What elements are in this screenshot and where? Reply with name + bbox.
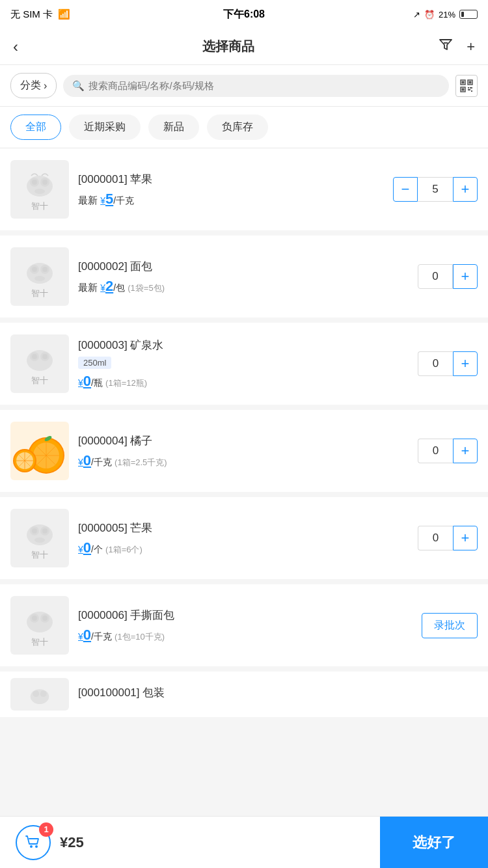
svg-rect-4 <box>469 81 472 83</box>
qty-increase-button[interactable]: + <box>453 526 478 550</box>
confirm-button[interactable]: 选好了 <box>380 817 488 869</box>
price-note: (1袋=5包) <box>128 283 165 293</box>
carrier-label: 无 SIM 卡 <box>10 8 53 21</box>
qty-input[interactable] <box>418 177 453 202</box>
qty-control-0000005: + <box>418 526 478 550</box>
placeholder-image: 智十 <box>10 334 69 393</box>
product-name: [0000002] 面包 <box>78 259 409 274</box>
battery-percent: 21% <box>439 10 455 20</box>
qty-input[interactable] <box>418 351 453 376</box>
qty-input[interactable] <box>418 439 453 463</box>
svg-point-26 <box>32 354 37 359</box>
price-unit: /千克 <box>91 631 112 642</box>
price-num: 0 <box>83 452 91 468</box>
tab-negative[interactable]: 负库存 <box>207 115 268 140</box>
svg-point-58 <box>35 845 38 848</box>
tab-all[interactable]: 全部 <box>10 115 61 140</box>
price-note: (1箱=6个) <box>105 545 142 554</box>
svg-point-47 <box>42 528 47 534</box>
svg-rect-6 <box>462 88 465 90</box>
price-symbol: ¥ <box>78 544 83 554</box>
svg-point-22 <box>34 276 45 281</box>
cart-button[interactable]: 1 <box>16 825 51 860</box>
svg-point-46 <box>32 528 37 534</box>
status-bar: 无 SIM 卡 📶 下午6:08 ↗ ⏰ 21% <box>0 0 488 29</box>
qty-control-0000002: + <box>418 264 478 289</box>
product-image-0000003: 智十 <box>10 334 69 393</box>
price-unit: /千克 <box>91 457 112 467</box>
product-info-0000001: [0000001] 苹果 最新 ¥5/千克 <box>78 172 384 208</box>
category-button[interactable]: 分类 › <box>10 73 57 98</box>
product-info-0000005: [0000005] 芒果 ¥0/个 (1箱=6个) <box>78 521 409 556</box>
svg-point-49 <box>27 612 53 632</box>
price-num: 0 <box>83 539 91 556</box>
list-item: 智十 [0000003] 矿泉水 250ml ¥0/瓶 (1箱=12瓶) + <box>0 323 488 410</box>
search-icon: 🔍 <box>72 80 85 92</box>
qty-increase-button[interactable]: + <box>453 264 478 289</box>
alarm-icon: ⏰ <box>424 10 435 20</box>
orange-illustration <box>10 422 69 480</box>
product-info-0000004: [0000004] 橘子 ¥0/千克 (1箱=2.5千克) <box>78 433 409 469</box>
cart-section: 1 ¥25 <box>0 825 380 860</box>
svg-point-52 <box>32 616 37 621</box>
placeholder-image: 智十 <box>10 247 69 306</box>
qty-input[interactable] <box>418 264 453 289</box>
product-info-partial: [000100001] 包装 <box>78 685 478 704</box>
product-price: ¥0/个 (1箱=6个) <box>78 539 409 556</box>
wifi-icon: 📶 <box>58 8 70 20</box>
price-num: 0 <box>83 373 91 389</box>
brand-label: 智十 <box>31 636 48 648</box>
product-price: ¥0/千克 (1包=10千克) <box>78 627 413 644</box>
qty-control-0000004: + <box>418 439 478 463</box>
tab-new[interactable]: 新品 <box>148 115 199 140</box>
brand-label: 智十 <box>31 288 48 299</box>
filter-icon[interactable] <box>438 37 454 57</box>
list-item: [0000004] 橘子 ¥0/千克 (1箱=2.5千克) + <box>0 410 488 497</box>
qty-decrease-button[interactable]: − <box>393 177 418 202</box>
cart-icon <box>24 834 42 852</box>
product-price: ¥0/瓶 (1箱=12瓶) <box>78 373 409 390</box>
batch-button[interactable]: 录批次 <box>422 613 478 638</box>
qty-increase-button[interactable]: + <box>453 439 478 463</box>
product-price: ¥0/千克 (1箱=2.5千克) <box>78 452 409 469</box>
scan-button[interactable] <box>455 75 478 97</box>
location-icon: ↗ <box>413 10 420 20</box>
svg-point-14 <box>32 180 37 185</box>
add-button[interactable]: + <box>467 38 475 55</box>
price-unit: /瓶 <box>91 377 103 388</box>
back-button[interactable]: ‹ <box>13 38 18 56</box>
svg-point-21 <box>42 267 47 272</box>
svg-point-16 <box>34 189 45 194</box>
qty-control-0000003: + <box>418 351 478 376</box>
status-right: ↗ ⏰ 21% <box>413 10 478 20</box>
placeholder-image: 智十 <box>10 160 69 219</box>
nav-left: ‹ <box>13 38 18 56</box>
price-note: (1包=10千克) <box>115 632 165 642</box>
category-chevron: › <box>44 80 47 92</box>
price-symbol: ¥ <box>100 195 105 206</box>
product-price: 最新 ¥5/千克 <box>78 191 384 208</box>
tab-recent[interactable]: 近期采购 <box>69 115 141 140</box>
product-name: [0000006] 手撕面包 <box>78 608 413 623</box>
svg-point-20 <box>32 267 37 272</box>
battery-fill <box>461 12 464 17</box>
price-prefix: 最新 <box>78 195 98 206</box>
qty-increase-button[interactable]: + <box>453 351 478 376</box>
svg-point-54 <box>31 689 49 704</box>
brand-label: 智十 <box>31 200 48 212</box>
search-input[interactable] <box>88 80 440 91</box>
brand-label: 智十 <box>31 549 48 561</box>
qty-input[interactable] <box>418 526 453 550</box>
category-label: 分类 <box>20 79 41 92</box>
price-num: 0 <box>83 627 91 643</box>
qty-increase-button[interactable]: + <box>453 177 478 202</box>
product-list: 智十 [0000001] 苹果 最新 ¥5/千克 − + <box>0 148 488 717</box>
price-symbol: ¥ <box>78 457 83 467</box>
product-price: 最新 ¥2/包 (1袋=5包) <box>78 278 409 295</box>
list-item: 智十 [0000001] 苹果 最新 ¥5/千克 − + <box>0 148 488 236</box>
product-name: [0000005] 芒果 <box>78 521 409 536</box>
product-image-0000006: 智十 <box>10 596 69 655</box>
price-prefix: 最新 <box>78 282 98 293</box>
nav-right: + <box>438 37 475 57</box>
nav-bar: ‹ 选择商品 + <box>0 29 488 65</box>
